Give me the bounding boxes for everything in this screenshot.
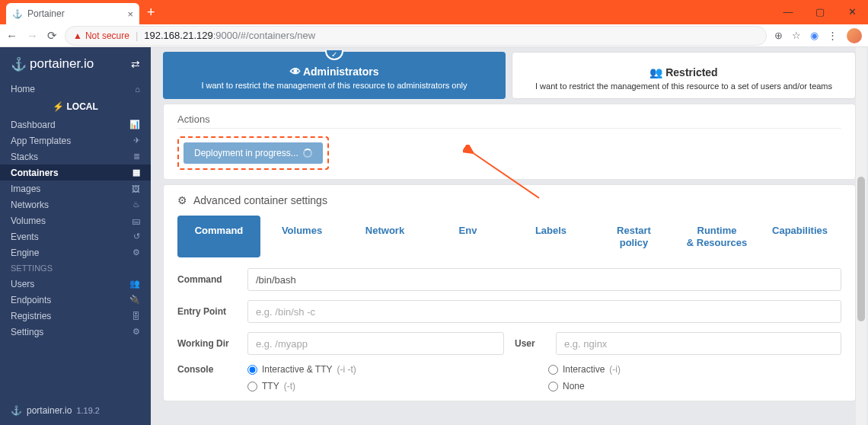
- main-content: ✓ 👁 Administrators I want to restrict th…: [151, 47, 868, 425]
- scrollbar[interactable]: [856, 47, 866, 425]
- console-interactive-radio[interactable]: [548, 365, 558, 375]
- local-header: ⚡ LOCAL: [0, 97, 151, 117]
- profile-avatar[interactable]: [847, 28, 862, 43]
- new-tab-button[interactable]: +: [147, 5, 155, 21]
- advanced-panel: ⚙ Advanced container settings CommandVol…: [163, 184, 856, 401]
- anchor-icon: ⚓: [11, 405, 22, 416]
- browser-toolbar: ← → ⟳ ▲ Not secure | 192.168.21.129:9000…: [0, 24, 868, 47]
- user-input[interactable]: [556, 332, 841, 355]
- zoom-icon[interactable]: ⊕: [774, 30, 783, 41]
- access-card-restricted[interactable]: 👥 Restricted I want to restrict the mana…: [512, 52, 856, 99]
- tab-env[interactable]: Env: [426, 216, 509, 257]
- sidebar-item-networks[interactable]: Networks♨: [0, 197, 151, 212]
- plug-icon: ⚡: [53, 101, 64, 112]
- address-bar[interactable]: ▲ Not secure | 192.168.21.129:9000/#/con…: [65, 26, 767, 46]
- sidebar-item-registries[interactable]: Registries🗄: [0, 308, 151, 324]
- tab-capabilities[interactable]: Capabilities: [758, 216, 841, 257]
- actions-header: Actions: [177, 113, 841, 129]
- warning-icon: ▲: [73, 30, 82, 41]
- sidebar-item-settings[interactable]: Settings⚙: [0, 324, 151, 340]
- eye-off-icon: 👁: [290, 66, 301, 78]
- sidebar-item-label: Events: [11, 232, 39, 242]
- collapse-icon[interactable]: ⇄: [131, 58, 140, 70]
- users-icon: 👥: [129, 279, 140, 289]
- command-input[interactable]: [247, 268, 841, 291]
- sidebar-footer: ⚓ portainer.io 1.19.2: [0, 396, 151, 425]
- minimize-icon[interactable]: —: [772, 0, 804, 23]
- console-none-radio[interactable]: [548, 382, 558, 391]
- workdir-label: Working Dir: [177, 338, 237, 349]
- sidebar-item-home[interactable]: Home⌂: [0, 81, 151, 97]
- tab-volumes[interactable]: Volumes: [260, 216, 343, 257]
- sidebar-item-dashboard[interactable]: Dashboard📊: [0, 117, 151, 133]
- console-interactive-tty-radio[interactable]: [247, 365, 257, 375]
- gear-icon: ⚙: [177, 194, 187, 206]
- home-icon: ⌂: [135, 85, 140, 94]
- sidebar-item-label: Images: [11, 184, 40, 194]
- tab-command[interactable]: Command: [177, 216, 260, 257]
- user-label: User: [515, 338, 545, 349]
- sidebar-item-label: Networks: [11, 200, 49, 210]
- sidebar-item-label: Users: [11, 279, 34, 289]
- tab-labels[interactable]: Labels: [509, 216, 592, 257]
- checkmark-icon: ✓: [325, 50, 343, 60]
- hdd-icon: 🖴: [132, 216, 140, 225]
- tachometer-icon: 📊: [129, 120, 140, 129]
- image-icon: 🖼: [132, 184, 140, 193]
- maximize-icon[interactable]: ▢: [804, 0, 836, 23]
- tab-restart-policy[interactable]: Restartpolicy: [592, 216, 675, 257]
- sidebar: ⚓ portainer.io ⇄ Home⌂ ⚡ LOCAL Dashboard…: [0, 47, 151, 425]
- sidebar-item-label: Stacks: [11, 152, 38, 162]
- command-label: Command: [177, 274, 237, 285]
- favicon-icon: ⚓: [12, 8, 23, 19]
- entrypoint-input[interactable]: [247, 300, 841, 323]
- actions-panel: Actions Deployment in progress...: [163, 104, 856, 180]
- deploy-highlight: Deployment in progress...: [177, 136, 329, 170]
- console-tty-radio[interactable]: [247, 382, 257, 391]
- back-icon[interactable]: ←: [6, 29, 18, 42]
- sidebar-item-volumes[interactable]: Volumes🖴: [0, 212, 151, 228]
- reload-icon[interactable]: ⟳: [47, 29, 57, 43]
- sidebar-item-app-templates[interactable]: App Templates✈: [0, 133, 151, 149]
- sidebar-item-label: Engine: [11, 248, 39, 258]
- sidebar-item-label: Containers: [11, 168, 59, 178]
- browser-tab[interactable]: ⚓ Portainer ×: [6, 3, 139, 24]
- history-icon: ↺: [133, 232, 140, 241]
- entrypoint-label: Entry Point: [177, 306, 237, 317]
- sidebar-item-label: Endpoints: [11, 295, 51, 305]
- access-card-administrators[interactable]: ✓ 👁 Administrators I want to restrict th…: [163, 52, 506, 99]
- sidebar-item-label: App Templates: [11, 136, 71, 146]
- close-tab-icon[interactable]: ×: [127, 8, 133, 20]
- cog-icon: ⚙: [132, 248, 140, 257]
- advanced-header[interactable]: ⚙ Advanced container settings: [177, 194, 841, 206]
- tab-runtime-resources[interactable]: Runtime& Resources: [675, 216, 758, 257]
- console-label: Console: [177, 364, 237, 391]
- tab-title: Portainer: [27, 8, 123, 19]
- layers-icon: ≣: [133, 152, 140, 161]
- sidebar-item-events[interactable]: Events↺: [0, 228, 151, 244]
- browser-titlebar: ⚓ Portainer × + — ▢ ✕: [0, 0, 868, 24]
- url-text: 192.168.21.129:9000/#/containers/new: [144, 30, 315, 41]
- menu-icon[interactable]: ⋮: [828, 30, 838, 41]
- extension-icon[interactable]: ◉: [810, 30, 819, 41]
- sidebar-item-stacks[interactable]: Stacks≣: [0, 149, 151, 165]
- close-window-icon[interactable]: ✕: [836, 0, 868, 23]
- sidebar-item-images[interactable]: Images🖼: [0, 181, 151, 197]
- plug-icon: 🔌: [129, 295, 140, 305]
- bookmark-icon[interactable]: ☆: [792, 30, 801, 41]
- forward-icon[interactable]: →: [27, 29, 38, 42]
- logo[interactable]: ⚓ portainer.io: [11, 56, 94, 72]
- sidebar-item-users[interactable]: Users👥: [0, 276, 151, 292]
- sidebar-item-label: Settings: [11, 327, 43, 337]
- spinner-icon: [303, 149, 312, 158]
- scrollbar-thumb[interactable]: [857, 177, 865, 321]
- sidebar-item-containers[interactable]: Containers▦: [0, 165, 151, 181]
- sidebar-item-engine[interactable]: Engine⚙: [0, 244, 151, 260]
- tab-network[interactable]: Network: [343, 216, 426, 257]
- settings-header: SETTINGS: [0, 260, 151, 276]
- deploy-button[interactable]: Deployment in progress...: [183, 142, 323, 164]
- users-icon: 👥: [649, 66, 662, 78]
- workdir-input[interactable]: [247, 332, 504, 355]
- sidebar-item-endpoints[interactable]: Endpoints🔌: [0, 292, 151, 308]
- settings-tabs: CommandVolumesNetworkEnvLabelsRestartpol…: [177, 216, 841, 257]
